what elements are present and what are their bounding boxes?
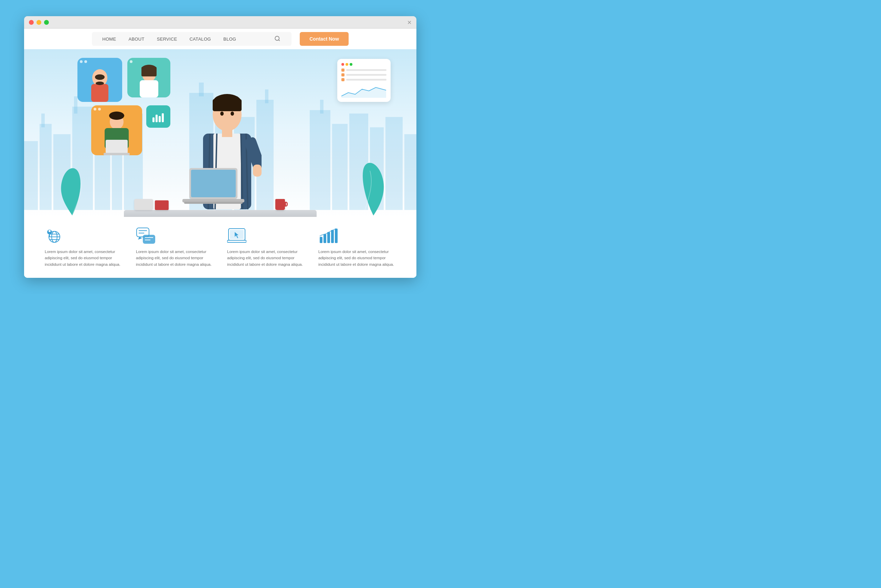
laptop-svg xyxy=(183,168,244,209)
search-icon[interactable] xyxy=(274,36,281,42)
person-avatar-1 xyxy=(84,64,115,102)
svg-rect-29 xyxy=(140,80,158,98)
features-section: Lorem ipsum dolor sit amet, consectetur … xyxy=(24,217,417,278)
red-dot xyxy=(342,63,344,66)
feature-location: Lorem ipsum dolor sit amet, consectetur … xyxy=(45,227,122,267)
chat-icon xyxy=(136,227,154,245)
nav-home[interactable]: HOME xyxy=(102,36,116,42)
chat-svg xyxy=(136,227,156,245)
svg-rect-74 xyxy=(227,240,246,242)
feature-laptop-text: Lorem ipsum dolor sit amet, consectetur … xyxy=(227,249,304,267)
browser-content: HOME ABOUT SERVICE CATALOG BLOG Contact … xyxy=(24,28,417,278)
svg-rect-31 xyxy=(141,67,157,76)
svg-rect-40 xyxy=(162,113,164,122)
svg-point-27 xyxy=(96,82,104,85)
person-avatar-2 xyxy=(133,61,165,98)
browser-titlebar: ✕ xyxy=(24,16,417,28)
leaf-left-svg xyxy=(58,160,86,216)
svg-rect-39 xyxy=(159,116,161,122)
row-icon-1 xyxy=(342,69,345,72)
video-card-3-dots xyxy=(94,108,101,111)
svg-rect-58 xyxy=(184,202,243,204)
video-card-3 xyxy=(91,105,142,155)
dot4 xyxy=(94,108,96,111)
row-icon-3 xyxy=(342,78,345,81)
dot3 xyxy=(130,60,132,63)
svg-point-0 xyxy=(275,36,279,40)
svg-rect-54 xyxy=(253,165,262,177)
nav-links-container: HOME ABOUT SERVICE CATALOG BLOG xyxy=(92,32,292,46)
chart-bubble xyxy=(146,105,170,128)
analytics-card xyxy=(337,59,391,102)
svg-rect-34 xyxy=(106,140,128,153)
nav-about[interactable]: ABOUT xyxy=(128,36,144,42)
video-card-1-dots xyxy=(80,60,87,63)
analytics-row-1 xyxy=(342,69,387,72)
feature-laptop: Lorem ipsum dolor sit amet, consectetur … xyxy=(227,227,304,267)
leaf-right-group xyxy=(353,157,387,217)
laptop-icon-svg xyxy=(227,227,246,245)
row-bar-1 xyxy=(346,69,387,71)
bar-chart-svg xyxy=(318,227,338,245)
bar-chart-icon xyxy=(318,227,336,245)
dot1 xyxy=(80,60,82,63)
maximize-button[interactable] xyxy=(44,20,49,25)
coffee-mug xyxy=(275,199,285,210)
yellow-dot xyxy=(346,63,348,66)
feature-chat: Lorem ipsum dolor sit amet, consectetur … xyxy=(136,227,213,267)
browser-window: ✕ HOME ABOUT SERVICE CATALOG BLOG Contac… xyxy=(24,16,417,278)
nav-blog[interactable]: BLOG xyxy=(223,36,236,42)
svg-rect-50 xyxy=(213,99,241,111)
analytics-row-3 xyxy=(342,78,387,81)
feature-location-text: Lorem ipsum dolor sit amet, consectetur … xyxy=(45,249,122,267)
row-icon-2 xyxy=(342,74,345,76)
location-globe-icon xyxy=(45,227,63,245)
svg-rect-75 xyxy=(320,237,322,243)
svg-point-26 xyxy=(95,74,105,80)
svg-rect-37 xyxy=(153,117,154,122)
feature-chart-text: Lorem ipsum dolor sit amet, consectetur … xyxy=(318,249,396,267)
window-close-icon[interactable]: ✕ xyxy=(407,19,412,26)
browser-controls xyxy=(29,20,49,25)
feature-chat-text: Lorem ipsum dolor sit amet, consectetur … xyxy=(136,249,213,267)
chart-icon-bubble xyxy=(152,111,165,122)
svg-rect-38 xyxy=(156,115,157,122)
laptop xyxy=(183,168,244,211)
minimize-button[interactable] xyxy=(36,20,41,25)
contact-now-button[interactable]: Contact Now xyxy=(300,32,349,46)
analytics-card-dots xyxy=(342,63,387,66)
video-card-2-dots xyxy=(130,60,132,63)
dot2 xyxy=(84,60,87,63)
mini-chart xyxy=(342,84,387,98)
svg-point-65 xyxy=(48,230,51,232)
svg-rect-78 xyxy=(331,230,334,243)
laptop-icon xyxy=(227,227,245,245)
nav-catalog[interactable]: CATALOG xyxy=(190,36,211,42)
location-globe-svg xyxy=(45,227,63,245)
desk-surface xyxy=(124,210,317,217)
book-on-desk xyxy=(155,200,169,210)
green-dot xyxy=(350,63,352,66)
analytics-rows xyxy=(342,69,387,81)
close-button[interactable] xyxy=(29,20,34,25)
person-avatar-3 xyxy=(96,109,137,155)
hero-section xyxy=(24,49,417,217)
video-card-2 xyxy=(127,58,170,98)
svg-rect-76 xyxy=(324,234,326,243)
leaf-left-group xyxy=(58,160,86,217)
feature-chart: Lorem ipsum dolor sit amet, consectetur … xyxy=(318,227,396,267)
nav-service[interactable]: SERVICE xyxy=(157,36,177,42)
phone-on-desk xyxy=(134,199,153,210)
svg-rect-69 xyxy=(143,235,155,244)
video-card-1 xyxy=(78,58,122,102)
row-bar-3 xyxy=(346,79,387,81)
navbar: HOME ABOUT SERVICE CATALOG BLOG Contact … xyxy=(24,28,417,49)
svg-rect-79 xyxy=(335,229,338,243)
svg-line-1 xyxy=(279,40,280,40)
svg-rect-56 xyxy=(191,170,236,197)
analytics-row-2 xyxy=(342,74,387,76)
svg-rect-77 xyxy=(327,232,330,243)
svg-rect-25 xyxy=(91,84,108,102)
analytics-line-chart xyxy=(342,84,386,98)
svg-point-36 xyxy=(109,111,124,120)
